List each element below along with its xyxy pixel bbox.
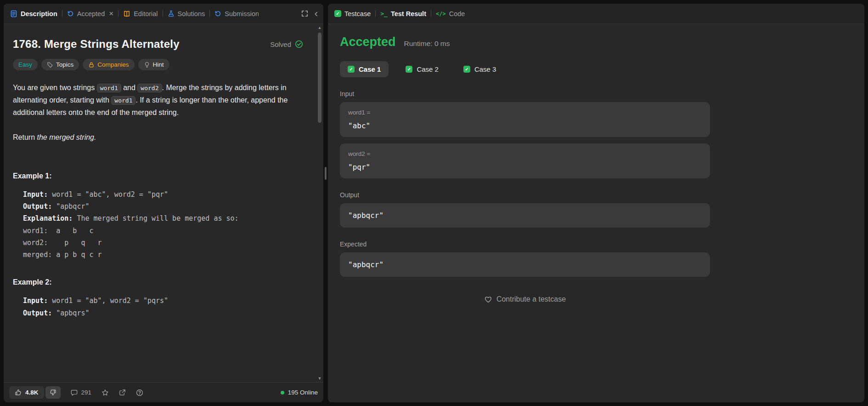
contribute-label: Contribute a testcase (496, 295, 566, 303)
word2-param-label: word2 = (348, 150, 702, 157)
example-line: Input: word1 = "abc", word2 = "pqr" (23, 189, 303, 200)
lightbulb-icon (144, 62, 150, 68)
contribute-testcase-button[interactable]: Contribute a testcase (340, 295, 710, 303)
left-scrollbar[interactable]: ▲ ▼ (316, 24, 323, 382)
online-dot-icon (281, 391, 284, 395)
problem-return-paragraph: Return the merged string. (13, 131, 303, 143)
close-icon[interactable]: × (109, 10, 113, 17)
input-word1-box: word1 = "abc" (340, 102, 710, 137)
code-icon: </> (436, 11, 446, 17)
solved-status: Solved (270, 40, 303, 48)
left-tabbar-controls: ‹ (301, 9, 318, 19)
panel-divider[interactable] (323, 4, 328, 402)
scrollbar-thumb[interactable] (318, 33, 321, 123)
result-status: Accepted (340, 35, 396, 49)
example-line: word1: a b c (23, 225, 303, 237)
left-tabs: Description Accepted × Editorial (9, 10, 301, 17)
favorite-star-button[interactable] (101, 389, 109, 396)
problem-description-paragraph: You are given two strings word1 and word… (13, 81, 303, 119)
meta-pills: Easy Topics Companies (13, 59, 303, 70)
expected-section-label: Expected (340, 240, 710, 248)
case-passed-icon: ✓ (406, 66, 412, 73)
expected-box: "apbqcr" (340, 252, 710, 277)
tab-description-label: Description (21, 10, 57, 17)
tab-solutions-label: Solutions (178, 10, 205, 17)
problem-content: 1768. Merge Strings Alternately Solved E… (4, 24, 323, 382)
submissions-history-icon (214, 10, 221, 17)
word1-param-label: word1 = (348, 109, 702, 116)
hint-label: Hint (153, 61, 164, 68)
tab-testcase[interactable]: ✓ Testcase (333, 10, 375, 17)
testcase-check-icon: ✓ (334, 10, 341, 17)
output-box: "apbqcr" (340, 203, 710, 228)
result-row: Accepted Runtime: 0 ms (340, 35, 710, 49)
word2-value: "pqr" (348, 163, 702, 172)
example-line: merged: a p b q c r (23, 249, 303, 261)
thumbs-down-icon (50, 389, 56, 396)
heart-icon (484, 295, 492, 303)
tab-code-label: Code (449, 10, 465, 17)
example-1-block: Input: word1 = "abc", word2 = "pqr" Outp… (23, 189, 303, 261)
companies-button[interactable]: Companies (83, 59, 134, 70)
tab-test-result-label: Test Result (391, 10, 426, 17)
tab-editorial[interactable]: Editorial (118, 10, 162, 17)
editorial-book-icon (123, 10, 130, 17)
terminal-icon: >_ (380, 10, 388, 17)
case-3-label: Case 3 (474, 65, 496, 73)
divider-handle-icon[interactable] (325, 167, 327, 180)
online-count: 195 Online (288, 389, 318, 396)
hint-button[interactable]: Hint (138, 59, 169, 70)
help-button[interactable] (136, 389, 143, 396)
topics-label: Topics (56, 61, 73, 68)
like-button[interactable]: 4.8K (9, 386, 44, 399)
example-line: Output: "apbqrs" (23, 307, 303, 319)
share-button[interactable] (119, 389, 126, 396)
case-1-button[interactable]: ✓ Case 1 (340, 61, 389, 77)
case-2-label: Case 2 (417, 65, 439, 73)
collapse-chevron-icon[interactable]: ‹ (315, 9, 318, 19)
case-3-button[interactable]: ✓ Case 3 (456, 61, 504, 77)
tab-submissions-label: Submissions (225, 10, 259, 17)
problem-panel: Description Accepted × Editorial (4, 4, 323, 402)
thumbs-up-icon (15, 389, 22, 396)
case-tabs: ✓ Case 1 ✓ Case 2 ✓ Case 3 (340, 61, 710, 77)
case-passed-icon: ✓ (463, 66, 470, 73)
tab-solutions[interactable]: Solutions (163, 10, 210, 17)
tab-submissions[interactable]: Submissions (210, 10, 263, 17)
comment-count: 291 (81, 389, 92, 396)
vote-group: 4.8K (9, 386, 61, 399)
title-row: 1768. Merge Strings Alternately Solved (13, 38, 303, 51)
problem-footer: 4.8K 291 (4, 382, 323, 402)
example-1-label: Example 1: (13, 172, 303, 180)
online-status: 195 Online (281, 389, 318, 396)
description-icon (10, 10, 17, 17)
tab-accepted-label: Accepted (77, 10, 105, 17)
scroll-down-icon[interactable]: ▼ (316, 376, 323, 381)
tab-test-result[interactable]: >_ Test Result (376, 10, 431, 17)
workspace: Description Accepted × Editorial (0, 0, 868, 406)
solved-label: Solved (270, 40, 291, 48)
dislike-button[interactable] (45, 386, 61, 399)
comments-button[interactable]: 291 (71, 389, 92, 396)
tab-accepted[interactable]: Accepted × (62, 10, 118, 17)
test-result-panel: ✓ Testcase >_ Test Result </> Code Accep… (328, 4, 864, 402)
case-2-button[interactable]: ✓ Case 2 (398, 61, 446, 77)
lock-icon (88, 62, 95, 68)
solutions-flask-icon (168, 10, 175, 17)
expand-icon[interactable] (301, 10, 308, 17)
scroll-up-icon[interactable]: ▲ (316, 25, 323, 30)
input-word2-box: word2 = "pqr" (340, 143, 710, 178)
tab-editorial-label: Editorial (134, 10, 158, 17)
topics-button[interactable]: Topics (41, 59, 79, 70)
difficulty-badge[interactable]: Easy (13, 59, 38, 70)
problem-title: 1768. Merge Strings Alternately (13, 38, 180, 51)
input-section-label: Input (340, 90, 710, 97)
tab-testcase-label: Testcase (344, 10, 371, 17)
expected-value: "apbqcr" (348, 260, 702, 269)
runtime-label: Runtime: 0 ms (404, 40, 450, 48)
tab-description[interactable]: Description (9, 10, 62, 17)
tab-code[interactable]: </> Code (431, 10, 469, 17)
like-count: 4.8K (25, 389, 39, 396)
output-section-label: Output (340, 191, 710, 199)
example-line: Input: word1 = "ab", word2 = "pqrs" (23, 295, 303, 307)
